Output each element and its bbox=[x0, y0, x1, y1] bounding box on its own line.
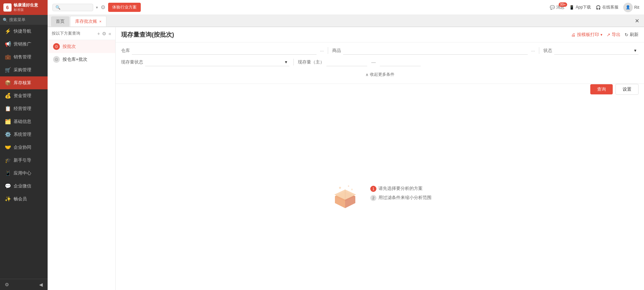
online-support-label: 在线客服 bbox=[602, 4, 618, 10]
tabs-close-all-btn[interactable]: ✕ bbox=[635, 18, 639, 24]
online-support-btn[interactable]: 🎧 在线客服 bbox=[596, 4, 618, 10]
goods-input[interactable] bbox=[343, 47, 528, 55]
sidebar-item-operations[interactable]: 📋 经营管理 bbox=[0, 102, 48, 115]
query-btn[interactable]: 查询 bbox=[590, 84, 613, 94]
topbar-right: 💬 消息 99+ 📱 App下载 🎧 在线客服 👤 Rit bbox=[550, 3, 639, 12]
svg-point-5 bbox=[339, 187, 341, 189]
left-panel: 按以下方案查询 + ⚙ « ⊙ 按批次 ⊙ 按仓库+批次 bbox=[48, 27, 116, 290]
sidebar-item-label: 采购管理 bbox=[14, 67, 31, 73]
sidebar-item-enterprise[interactable]: 🤝 企业协同 bbox=[0, 141, 48, 154]
marketing-icon: 📢 bbox=[5, 41, 11, 47]
sidebar-item-marketing[interactable]: 📢 营销推广 bbox=[0, 38, 48, 51]
filter-row-1: 仓库 ··· 商品 ··· 状态 ▾ bbox=[121, 47, 639, 55]
collapse-icon: ∧ bbox=[366, 72, 369, 77]
message-badge: 99+ bbox=[559, 2, 567, 7]
quick-nav-icon: ⚡ bbox=[5, 28, 11, 34]
avatar: 👤 bbox=[623, 3, 633, 12]
collapse-sidebar-icon[interactable]: ◀ bbox=[39, 282, 43, 287]
sidebar-item-basics[interactable]: 🗂️ 基础信息 bbox=[0, 115, 48, 128]
sidebar-item-member[interactable]: ✨ 畅会员 bbox=[0, 193, 48, 205]
avatar-placeholder: 👤 bbox=[626, 5, 630, 10]
empty-image bbox=[328, 178, 362, 212]
sidebar-item-label: 企业协同 bbox=[14, 144, 31, 150]
sidebar-item-label: 新手引导 bbox=[14, 157, 31, 163]
filter-inventory-qty: 现存量（主） — bbox=[298, 58, 466, 66]
sidebar-item-system[interactable]: ⚙️ 系统管理 bbox=[0, 128, 48, 141]
left-panel-title: 按以下方案查询 bbox=[52, 31, 80, 36]
message-icon: 💬 bbox=[550, 5, 555, 10]
sidebar-item-inventory[interactable]: 📦 库存核算 bbox=[0, 76, 48, 89]
search-menu[interactable]: 🔍 搜索菜单 bbox=[0, 15, 48, 25]
sidebar-item-wechat[interactable]: 💬 企业微信 bbox=[0, 180, 48, 193]
purchase-icon: 🛒 bbox=[5, 67, 11, 73]
empty-step-1-text: 请先选择要分析的方案 bbox=[378, 185, 423, 192]
inventory-qty-max[interactable] bbox=[380, 58, 421, 66]
right-main: 现存量查询(按批次) 🖨 按模板打印 ▾ ↗ 导出 ↻ 刷新 bbox=[116, 27, 644, 290]
warehouse-batch-icon: ⊙ bbox=[53, 56, 60, 63]
print-dropdown-icon[interactable]: ▾ bbox=[600, 33, 603, 37]
filter-inventory-status: 现存量状态 ▾ bbox=[121, 58, 289, 66]
warehouse-more-btn[interactable]: ··· bbox=[320, 48, 324, 53]
sidebar-item-label: 企业微信 bbox=[14, 183, 31, 189]
headset-icon: 🎧 bbox=[596, 5, 601, 10]
inventory-qty-min[interactable] bbox=[326, 58, 367, 66]
template-print-btn[interactable]: 🖨 按模板打印 ▾ bbox=[571, 32, 603, 38]
experience-btn[interactable]: 体验行业方案 bbox=[108, 3, 141, 12]
user-menu[interactable]: 👤 Rit bbox=[623, 3, 639, 12]
status-dropdown-icon: ▾ bbox=[634, 48, 637, 53]
sidebar-item-label: 销售管理 bbox=[14, 54, 31, 60]
add-scheme-btn[interactable]: + bbox=[97, 31, 100, 36]
scheme-item-batch[interactable]: ⊙ 按批次 bbox=[48, 40, 115, 53]
sidebar-item-purchase[interactable]: 🛒 采购管理 bbox=[0, 64, 48, 76]
filter-warehouse: 仓库 ··· bbox=[121, 47, 324, 55]
scheme-settings-icon[interactable]: ⚙ bbox=[102, 31, 106, 36]
inventory-icon: 📦 bbox=[5, 80, 11, 86]
finance-icon: 💰 bbox=[5, 93, 11, 99]
print-icon: 🖨 bbox=[571, 32, 576, 37]
inventory-status-select[interactable]: ▾ bbox=[145, 58, 289, 66]
scheme-item-warehouse-batch[interactable]: ⊙ 按仓库+批次 bbox=[48, 53, 115, 66]
export-icon: ↗ bbox=[607, 32, 610, 37]
dropdown-icon[interactable]: ▾ bbox=[96, 5, 98, 10]
settings-btn[interactable]: 设置 bbox=[615, 84, 639, 95]
app-version: 标准版 bbox=[14, 7, 38, 12]
goods-more-btn[interactable]: ··· bbox=[531, 48, 535, 53]
export-btn[interactable]: ↗ 导出 bbox=[607, 32, 621, 38]
warehouse-label: 仓库 bbox=[121, 48, 130, 54]
member-icon: ✨ bbox=[5, 196, 11, 202]
sidebar-item-newbie[interactable]: 🎓 新手引导 bbox=[0, 154, 48, 167]
topbar-search-box[interactable]: 🔍 bbox=[52, 4, 93, 11]
tab-close-icon[interactable]: × bbox=[99, 19, 101, 23]
sidebar-item-label: 营销推广 bbox=[14, 41, 31, 47]
divider-2 bbox=[539, 47, 539, 54]
refresh-btn[interactable]: ↻ 刷新 bbox=[625, 32, 639, 38]
tab-inventory-batch[interactable]: 库存批次账 × bbox=[70, 16, 106, 26]
collapse-label: 收起更多条件 bbox=[370, 72, 394, 77]
tab-home-label: 首页 bbox=[56, 18, 65, 24]
sidebar-item-quick-nav[interactable]: ⚡ 快捷导航 bbox=[0, 25, 48, 38]
sidebar-item-finance[interactable]: 💰 资金管理 bbox=[0, 89, 48, 102]
sidebar-item-label: 库存核算 bbox=[14, 80, 31, 86]
collapse-panel-icon[interactable]: « bbox=[108, 31, 111, 36]
sidebar-item-sales[interactable]: 💼 销售管理 bbox=[0, 51, 48, 64]
tab-home[interactable]: 首页 bbox=[51, 16, 69, 26]
settings-icon[interactable]: ⚙ bbox=[5, 282, 9, 287]
wechat-icon: 💬 bbox=[5, 183, 11, 189]
tabs-bar: 首页 库存批次账 × ✕ bbox=[48, 15, 644, 27]
warehouse-input[interactable] bbox=[132, 47, 317, 55]
status-select[interactable]: ▾ bbox=[554, 47, 639, 55]
inventory-status-label: 现存量状态 bbox=[121, 59, 143, 65]
tabs-right: ✕ bbox=[635, 18, 639, 24]
newbie-icon: 🎓 bbox=[5, 157, 11, 163]
sidebar-item-apps[interactable]: 📱 应用中心 bbox=[0, 167, 48, 180]
topbar-gear-icon[interactable]: ⚙ bbox=[101, 4, 105, 11]
svg-point-7 bbox=[351, 188, 353, 190]
refresh-label: 刷新 bbox=[630, 32, 639, 38]
message-btn[interactable]: 💬 消息 99+ bbox=[550, 4, 564, 10]
operations-icon: 📋 bbox=[5, 106, 11, 112]
phone-icon: 📱 bbox=[569, 5, 574, 10]
collapse-btn[interactable]: ∧ 收起更多条件 bbox=[366, 70, 394, 79]
sidebar-item-label: 应用中心 bbox=[14, 170, 31, 176]
app-download-btn[interactable]: 📱 App下载 bbox=[569, 4, 591, 10]
page-actions: 🖨 按模板打印 ▾ ↗ 导出 ↻ 刷新 bbox=[571, 32, 639, 38]
